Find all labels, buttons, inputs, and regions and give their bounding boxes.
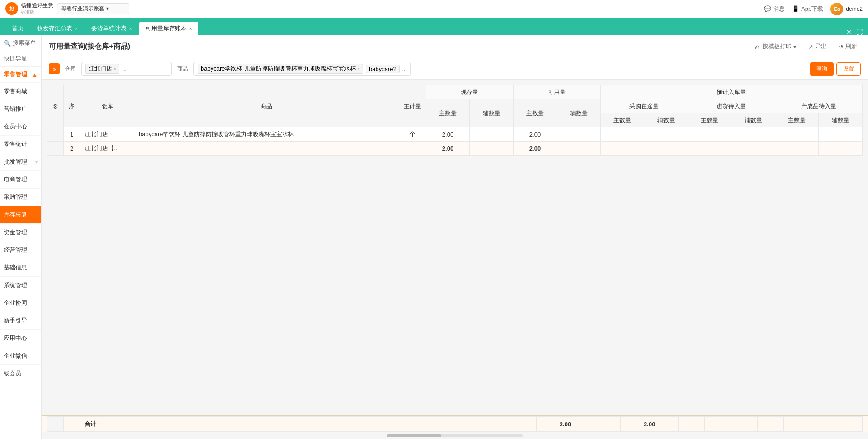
chevron-down-icon: ▾ [35,160,38,165]
logo-icon: 好 [5,2,18,15]
product-filter-input[interactable]: babycare学饮杯 儿童防摔防撞吸管杯重力球吸嘴杯宝宝水杯 × babyca… [193,62,411,76]
export-icon: ↗ [808,43,813,50]
close-tab-1-icon[interactable]: × [129,26,132,31]
sidebar-item-system[interactable]: 系统管理 [0,277,41,294]
sidebar-item-operations[interactable]: 经营管理 [0,241,41,259]
sidebar-item-wholesale[interactable]: 批发管理 ▾ [0,153,41,171]
footer-production-main [810,417,836,432]
top-bar-right: 💬 消息 📱 App下载 Ea demo2 [764,3,863,15]
row-current-aux-1 [470,127,514,142]
col-available-header: 可用量 [513,85,600,99]
industry-selector[interactable]: 母婴行业演示账套 ▾ [57,3,129,14]
expand-filter-button[interactable]: » [49,63,60,74]
refresh-button[interactable]: ↺ 刷新 [835,41,861,52]
footer-table: 合计 2.00 2.00 [47,416,863,432]
filter-bar: » 仓库 江北门店 × ... 商品 babycare学饮杯 儿童防摔防撞吸管杯… [42,58,868,80]
row-product-2 [134,142,399,156]
row-arrival-main-2 [688,142,731,156]
filter-actions: 查询 设置 [810,62,861,76]
col-current-stock-header: 现存量 [426,85,513,99]
col-production-main-header: 主数量 [775,113,819,127]
print-icon: 🖨 [755,43,760,50]
tab-0[interactable]: 收发存汇总表 × [31,22,84,35]
col-production-aux-header: 辅数量 [819,113,863,127]
message-button[interactable]: 💬 消息 [764,5,785,13]
chevron-down-icon: ▾ [106,5,109,12]
sidebar-item-retail-store[interactable]: 零售商城 [0,83,41,100]
col-current-aux-header: 辅数量 [470,99,514,127]
row-available-aux-1 [557,127,601,142]
logo-text: 畅捷通好生意 [21,2,53,9]
sidebar-item-finance[interactable]: 资金管理 [0,224,41,241]
search-menu-button[interactable]: 🔍 搜索菜单 [0,35,41,51]
sidebar-item-ecommerce[interactable]: 电商管理 [0,171,41,189]
footer-settings-cell [47,417,64,432]
footer-current-aux [594,417,621,432]
query-button[interactable]: 查询 [810,62,834,76]
sidebar-item-purchase[interactable]: 采购管理 [0,189,41,206]
sidebar-item-guide[interactable]: 新手引导 [0,312,41,330]
sidebar-item-inventory[interactable]: 库存核算 [0,206,41,224]
tab-1[interactable]: 要货单统计表 × [85,22,138,35]
row-product-1: babycare学饮杯 儿童防摔防撞吸管杯重力球吸嘴杯宝宝水杯 [134,127,399,142]
row-purchase-main-2 [600,142,644,156]
message-icon: 💬 [764,5,771,12]
tab-2[interactable]: 可用量库存账本 × [139,22,198,35]
row-unit-2 [399,142,426,156]
download-label: App下载 [801,5,823,13]
horizontal-scrollbar[interactable] [42,432,868,439]
sidebar-item-app-center[interactable]: 应用中心 [0,330,41,347]
col-settings-header[interactable]: ⚙ [47,85,64,127]
col-product-header: 商品 [134,85,399,127]
col-purchase-main-header: 主数量 [600,113,644,127]
row-arrival-main-1 [688,127,731,142]
warehouse-ellipsis: ... [122,66,127,72]
content-area: 可用量查询(按仓库+商品) 🖨 按模板打印 ▾ ↗ 导出 ↺ 刷新 [42,35,868,439]
user-menu[interactable]: Ea demo2 [830,3,863,15]
sidebar-item-basic-info[interactable]: 基础信息 [0,259,41,277]
row-arrival-aux-1 [731,127,775,142]
setting-button[interactable]: 设置 [836,62,861,76]
username: demo2 [846,6,863,12]
product-tag-2[interactable]: babycare? [366,65,400,73]
close-tab-0-icon[interactable]: × [75,26,78,31]
warehouse-filter-label: 仓库 [65,65,76,73]
row-current-main-1: 2.00 [426,127,470,142]
sidebar-item-enterprise[interactable]: 企业协同 [0,294,41,312]
row-available-main-1: 2.00 [513,127,557,142]
product-tag1-close-icon[interactable]: × [357,66,360,71]
sidebar-item-member2[interactable]: 畅会员 [0,365,41,382]
maximize-icon[interactable]: ⛶ [856,29,863,35]
col-available-aux-header: 辅数量 [557,99,601,127]
footer-arrival-aux [783,417,810,432]
footer-arrival-main [757,417,783,432]
sidebar-item-wechat[interactable]: 企业微信 [0,347,41,365]
row-index-1: 1 [64,127,80,142]
warehouse-filter-input[interactable]: 江北门店 × ... [81,62,172,76]
sidebar-item-retail-header[interactable]: 零售管理 ▲ [0,67,41,83]
col-purchase-aux-header: 辅数量 [644,113,688,127]
export-button[interactable]: ↗ 导出 [805,41,830,52]
sidebar-item-member[interactable]: 会员中心 [0,118,41,136]
download-button[interactable]: 📱 App下载 [792,5,823,13]
product-tag-1[interactable]: babycare学饮杯 儿童防摔防撞吸管杯重力球吸嘴杯宝宝水杯 × [198,64,363,74]
scrollbar-thumb[interactable] [387,434,441,437]
quick-nav-button[interactable]: 快捷导航 [0,51,41,67]
warehouse-tag-close-icon[interactable]: × [113,66,116,71]
page-header: 可用量查询(按仓库+商品) 🖨 按模板打印 ▾ ↗ 导出 ↺ 刷新 [42,35,868,58]
tab-home[interactable]: 首页 [5,22,30,35]
nav-tabs: 首页 收发存汇总表 × 要货单统计表 × 可用量库存账本 × ✕ ⛶ [0,18,868,35]
warehouse-tag[interactable]: 江北门店 × [85,64,119,74]
close-tab-2-icon[interactable]: × [189,26,192,31]
sidebar-item-retail-stats[interactable]: 零售统计 [0,136,41,153]
print-button[interactable]: 🖨 按模板打印 ▾ [751,41,800,52]
footer-empty [64,417,80,432]
table-row: 1 江北门店 babycare学饮杯 儿童防摔防撞吸管杯重力球吸嘴杯宝宝水杯 个… [47,127,863,142]
table-container[interactable]: ⚙ 序 仓库 商品 主计量 [42,80,868,415]
row-purchase-aux-2 [644,142,688,156]
sidebar-item-marketing[interactable]: 营销推广 [0,100,41,118]
col-available-main-header: 主数量 [513,99,557,127]
footer-unit-empty [509,417,536,432]
row-purchase-aux-1 [644,127,688,142]
close-window-icon[interactable]: ✕ [846,29,852,35]
